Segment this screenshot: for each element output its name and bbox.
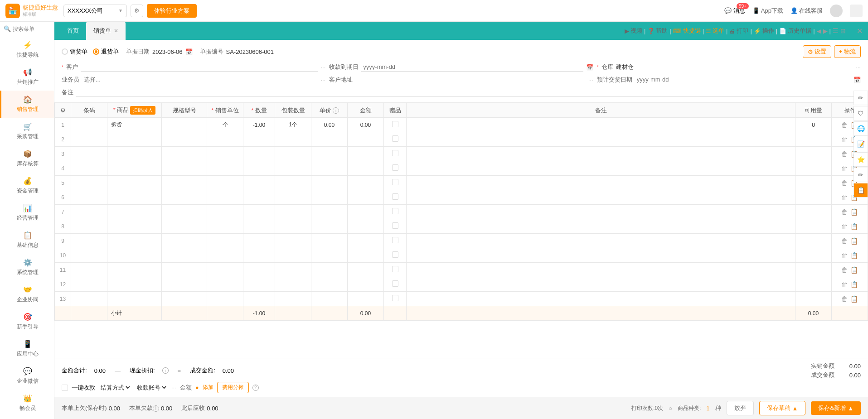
settlement-select[interactable]: 结算方式 <box>99 384 131 391</box>
float-pencil-icon[interactable]: ✏ <box>853 91 868 105</box>
gift-checkbox[interactable] <box>392 222 398 229</box>
gift-checkbox[interactable] <box>392 208 398 214</box>
sidebar-item-purchase[interactable]: 🛒 采购管理 <box>0 118 54 145</box>
trial-button[interactable]: 体验行业方案 <box>147 4 197 18</box>
row-unit[interactable]: 个 <box>207 118 243 132</box>
gift-checkbox[interactable] <box>392 266 398 272</box>
float-star-icon[interactable]: ⭐ <box>853 152 868 167</box>
calendar-icon[interactable]: 📅 <box>185 48 193 55</box>
gift-checkbox[interactable] <box>392 164 398 171</box>
video-btn[interactable]: ▶ 视频 <box>625 27 642 35</box>
grid-view-icon[interactable]: ⊞ <box>840 27 846 34</box>
add-button[interactable]: 添加 <box>203 384 213 391</box>
account-select[interactable]: 收款账号 <box>135 384 168 391</box>
app-download-link[interactable]: 📱 App下载 <box>752 7 783 15</box>
delete-row-icon[interactable]: 🗑 <box>841 194 848 201</box>
delete-row-icon[interactable]: 🗑 <box>841 208 848 216</box>
sidebar-item-finance[interactable]: 💰 资金管理 <box>0 172 54 199</box>
gift-checkbox[interactable] <box>392 237 398 243</box>
gift-checkbox[interactable] <box>392 251 398 258</box>
row-remark[interactable] <box>407 118 795 132</box>
window-close-icon[interactable]: ✕ <box>857 27 863 35</box>
gift-checkbox[interactable] <box>392 193 398 200</box>
copy-row-icon[interactable]: 📋 <box>850 208 858 216</box>
shortcut-btn[interactable]: ⌨ 快捷键 <box>673 27 701 35</box>
delete-row-icon[interactable]: 🗑 <box>841 136 848 143</box>
product-kind-value[interactable]: 1 <box>706 405 709 412</box>
settings-icon[interactable]: ⚙ <box>131 5 143 17</box>
help-btn[interactable]: ❓ 帮助 <box>647 27 668 35</box>
sidebar-item-base[interactable]: 📋 基础信息 <box>0 226 54 254</box>
delete-row-icon[interactable]: 🗑 <box>841 150 848 158</box>
col-settings-icon[interactable]: ⚙ <box>60 107 66 114</box>
copy-row-icon[interactable]: 📋 <box>850 237 858 245</box>
sidebar-search-input[interactable] <box>13 26 49 32</box>
row-product[interactable]: 拆货 <box>107 118 162 132</box>
gift-checkbox[interactable] <box>392 280 398 287</box>
customer-more-icon[interactable]: ··· <box>320 64 325 71</box>
expected-date-input[interactable] <box>635 75 851 84</box>
scan-button[interactable]: 扫码录入 <box>130 106 155 115</box>
gift-checkbox[interactable] <box>392 179 398 185</box>
debt-info-icon[interactable]: i <box>153 405 159 412</box>
sidebar-item-wechat[interactable]: 💬 企业微信 <box>0 362 54 390</box>
sidebar-item-sales[interactable]: 🏠 销售管理 <box>0 91 54 118</box>
expense-button[interactable]: 费用分摊 <box>217 382 249 393</box>
sidebar-item-quick-nav[interactable]: ⚡ 快捷导航 <box>0 36 54 63</box>
row-qty[interactable]: -1.00 <box>243 118 275 132</box>
copy-row-icon[interactable]: 📋 <box>850 281 858 288</box>
payment-date-input[interactable] <box>361 63 583 72</box>
remarks-input[interactable] <box>76 88 861 97</box>
copy-row-icon[interactable]: 📋 <box>850 223 858 230</box>
delete-row-icon[interactable]: 🗑 <box>841 252 848 259</box>
setup-button[interactable]: ⚙ 设置 <box>803 45 831 58</box>
row-barcode[interactable] <box>71 118 107 132</box>
calendar3-icon[interactable]: 📅 <box>853 77 861 83</box>
gift-checkbox[interactable] <box>392 135 398 142</box>
sidebar-item-system[interactable]: ⚙️ 系统管理 <box>0 254 54 281</box>
discount-info-icon[interactable]: i <box>162 367 169 374</box>
delete-row-icon[interactable]: 🗑 <box>841 281 848 288</box>
address-input[interactable] <box>355 75 585 84</box>
delete-row-icon[interactable]: 🗑 <box>841 223 848 230</box>
account-more-icon[interactable]: ··· <box>171 384 176 391</box>
row-gift[interactable] <box>384 118 407 132</box>
sidebar-item-member[interactable]: 👑 畅会员 <box>0 390 54 417</box>
float-note-icon[interactable]: 📝 <box>853 137 868 151</box>
float-clipboard-icon[interactable]: 📋 <box>853 183 868 197</box>
tab-close-icon[interactable]: ✕ <box>114 28 118 34</box>
abandon-button[interactable]: 放弃 <box>727 401 754 415</box>
gift-checkbox[interactable] <box>392 121 398 127</box>
company-selector[interactable]: XXXXXX公司 ▼ <box>63 5 127 17</box>
save-draft-button[interactable]: 保存草稿 ▲ <box>759 401 806 415</box>
nav-prev-icon[interactable]: ◀ <box>817 28 821 34</box>
price-info-icon[interactable]: i <box>333 107 339 114</box>
copy-row-icon[interactable]: 📋 <box>850 266 858 274</box>
row-price[interactable]: 0.00 <box>311 118 348 132</box>
gift-checkbox[interactable] <box>392 295 398 301</box>
delete-row-icon[interactable]: 🗑 <box>841 266 848 274</box>
logistics-button[interactable]: + 物流 <box>834 45 861 58</box>
one-click-collect-checkbox[interactable] <box>62 385 68 391</box>
print-count-check-icon[interactable]: ○ <box>669 405 672 412</box>
print-btn[interactable]: 🖨 打印 <box>729 27 748 35</box>
save-new-button[interactable]: 保存&新增 ▲ <box>811 401 861 415</box>
select-btn[interactable]: ☰ 选单 <box>706 27 724 35</box>
sidebar-item-marketing[interactable]: 📢 营销推广 <box>0 63 54 91</box>
salesperson-input[interactable] <box>82 75 318 84</box>
salesperson-more-icon[interactable]: ··· <box>320 77 325 83</box>
row-spec[interactable] <box>162 118 207 132</box>
delete-row-icon[interactable]: 🗑 <box>841 121 848 129</box>
float-shield-icon[interactable]: 🛡 <box>853 106 868 120</box>
tab-sales-order[interactable]: 销货单 ✕ <box>86 22 126 40</box>
avatar[interactable] <box>830 5 843 17</box>
delete-row-icon[interactable]: 🗑 <box>841 295 848 303</box>
sidebar-item-guide[interactable]: 🎯 新手引导 <box>0 308 54 335</box>
sidebar-item-operations[interactable]: 📊 经营管理 <box>0 199 54 226</box>
tab-home[interactable]: 首页 <box>60 22 86 40</box>
radio-sale[interactable]: 销货单 <box>62 48 87 56</box>
address-more-icon[interactable]: ··· <box>588 77 593 83</box>
message-button[interactable]: 💬 消息 99+ <box>724 7 745 15</box>
float-globe-icon[interactable]: 🌐 <box>853 121 868 136</box>
online-service-link[interactable]: 👤 在线客服 <box>790 7 823 15</box>
